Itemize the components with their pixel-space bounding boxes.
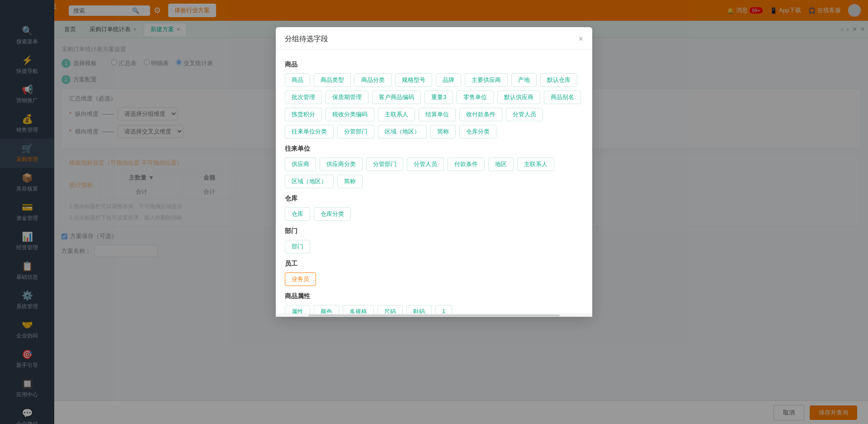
modal-header: 分组待选字段 × — [276, 27, 592, 50]
tag-origin[interactable]: 产地 — [511, 73, 537, 87]
tag-settlement-unit[interactable]: 结算单位 — [419, 108, 456, 121]
tag-brand[interactable]: 品牌 — [436, 73, 461, 87]
section-title-staff: 员工 — [285, 260, 583, 268]
tag-default-warehouse[interactable]: 默认仓库 — [540, 73, 577, 87]
tag-region[interactable]: 区域（地区） — [378, 125, 427, 138]
tag-payment-cond[interactable]: 付款条件 — [448, 157, 485, 171]
section-title-warehouse: 仓库 — [285, 195, 583, 203]
modal-overlay: 分组待选字段 × 商品 商品 商品类型 商品分类 规格型号 品牌 主要供应商 产… — [0, 0, 868, 424]
section-title-dept: 部门 — [285, 227, 583, 235]
tag-attribute[interactable]: 属性 — [285, 305, 310, 314]
tag-product[interactable]: 商品 — [285, 73, 310, 87]
tag-main-supplier[interactable]: 主要供应商 — [465, 73, 508, 87]
tag-main-contact[interactable]: 主联系人 — [378, 108, 415, 121]
modal-close-button[interactable]: × — [578, 34, 583, 44]
tag-product-category[interactable]: 商品分类 — [354, 73, 392, 87]
tag-counterpart-category[interactable]: 往来单位分类 — [285, 125, 334, 138]
tag-product-type[interactable]: 商品类型 — [314, 73, 351, 87]
tag-main-contact-2[interactable]: 主联系人 — [517, 157, 554, 171]
tag-attr-1[interactable]: 1 — [435, 305, 452, 314]
tag-supplier-category[interactable]: 供应商分类 — [320, 157, 363, 171]
tag-warehouse-cat[interactable]: 仓库分类 — [314, 207, 351, 221]
section-title-product-attr: 商品属性 — [285, 292, 583, 300]
tag-region-2[interactable]: 区域（地区） — [285, 175, 334, 188]
modal-dialog: 分组待选字段 × 商品 商品 商品类型 商品分类 规格型号 品牌 主要供应商 产… — [276, 27, 592, 317]
tag-dept[interactable]: 分管部门 — [337, 125, 374, 138]
tag-spec[interactable]: 规格型号 — [395, 73, 432, 87]
modal-title: 分组待选字段 — [285, 34, 328, 44]
tag-alias[interactable]: 商品别名 — [544, 91, 581, 104]
section-title-product: 商品 — [285, 61, 583, 69]
section-title-counterpart: 往来单位 — [285, 145, 583, 153]
tag-customer-code[interactable]: 客户商品编码 — [372, 91, 421, 104]
tag-batch[interactable]: 批次管理 — [285, 91, 322, 104]
tag-grid-counterpart: 供应商 供应商分类 分管部门 分管人员 付款条件 地区 主联系人 区域（地区） … — [285, 157, 583, 188]
tag-supplier[interactable]: 供应商 — [285, 157, 316, 171]
tag-manage-dept[interactable]: 分管部门 — [366, 157, 403, 171]
tag-multi-spec[interactable]: 多规格 — [343, 305, 374, 314]
tag-retail-unit[interactable]: 零售单位 — [457, 91, 494, 104]
tag-grid-warehouse: 仓库 仓库分类 — [285, 207, 583, 221]
tag-pick-score[interactable]: 拣货积分 — [285, 108, 322, 121]
tag-weight[interactable]: 重量3 — [425, 91, 453, 104]
tag-grid-product-attr: 属性 颜色 多规格 尺码 鞋码 1 — [285, 305, 583, 314]
tag-abbr[interactable]: 简称 — [430, 125, 456, 138]
tag-warehouse[interactable]: 仓库 — [285, 207, 310, 221]
tag-area[interactable]: 地区 — [488, 157, 514, 171]
tag-grid-product: 商品 商品类型 商品分类 规格型号 品牌 主要供应商 产地 默认仓库 批次管理 … — [285, 73, 583, 138]
tag-shoe-size[interactable]: 鞋码 — [406, 305, 432, 314]
tag-grid-staff: 业务员 — [285, 272, 583, 286]
tag-manager[interactable]: 分管人员 — [506, 108, 543, 121]
tag-salesperson[interactable]: 业务员 — [285, 272, 316, 286]
tag-expiry[interactable]: 保质期管理 — [326, 91, 368, 104]
tag-manage-person[interactable]: 分管人员 — [407, 157, 444, 171]
tag-color[interactable]: 颜色 — [314, 305, 339, 314]
tag-default-supplier[interactable]: 默认供应商 — [497, 91, 540, 104]
tag-warehouse-category[interactable]: 仓库分类 — [459, 125, 496, 138]
modal-horizontal-scrollbar[interactable] — [276, 314, 592, 317]
modal-body: 商品 商品 商品类型 商品分类 规格型号 品牌 主要供应商 产地 默认仓库 批次… — [276, 50, 592, 314]
tag-abbr-2[interactable]: 简称 — [337, 175, 363, 188]
tag-grid-dept: 部门 — [285, 240, 583, 253]
tag-payment-terms[interactable]: 收付款条件 — [459, 108, 502, 121]
tag-tax-code[interactable]: 税收分类编码 — [326, 108, 374, 121]
tag-size[interactable]: 尺码 — [377, 305, 403, 314]
tag-department[interactable]: 部门 — [285, 240, 310, 253]
